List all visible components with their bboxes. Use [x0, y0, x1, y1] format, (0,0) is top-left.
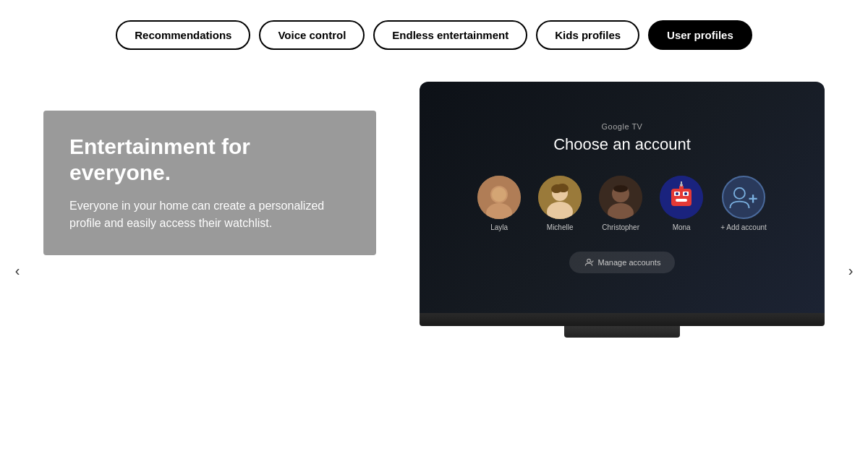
- google-tv-label: Google TV: [602, 122, 643, 131]
- svg-point-27: [587, 259, 590, 262]
- tv-screen: Google TV Choose an account: [420, 82, 825, 313]
- tv-mockup: Google TV Choose an account: [420, 82, 825, 338]
- profile-add-account[interactable]: + Add account: [720, 176, 767, 231]
- profile-layla[interactable]: Layla: [477, 176, 521, 231]
- hero-description: Everyone in your home can create a perso…: [69, 197, 350, 232]
- svg-point-21: [680, 184, 683, 187]
- avatar-christopher: [599, 176, 642, 219]
- hero-title: Entertainment for everyone.: [69, 134, 350, 186]
- avatar-michelle: [538, 176, 582, 219]
- tv-screen-content: Google TV Choose an account: [420, 82, 825, 313]
- choose-account-title: Choose an account: [553, 135, 691, 154]
- profile-michelle-name: Michelle: [547, 223, 574, 231]
- svg-point-18: [684, 192, 687, 195]
- profile-layla-name: Layla: [490, 223, 508, 231]
- avatar-add-svg: [723, 176, 764, 219]
- avatar-mona: [660, 176, 703, 219]
- tab-kids-profiles[interactable]: Kids profiles: [536, 20, 639, 50]
- profile-mona-name: Mona: [673, 223, 691, 231]
- main-content: Entertainment for everyone. Everyone in …: [0, 67, 868, 338]
- tab-endless-entertainment[interactable]: Endless entertainment: [373, 20, 527, 50]
- tv-bezel-bottom: [420, 313, 825, 326]
- tab-recommendations[interactable]: Recommendations: [116, 20, 250, 50]
- svg-point-12: [613, 185, 628, 192]
- profile-christopher-name: Christopher: [602, 223, 639, 231]
- svg-rect-19: [676, 199, 687, 202]
- avatar-add: [722, 176, 765, 219]
- hero-text-box: Entertainment for everyone. Everyone in …: [43, 111, 376, 255]
- svg-rect-14: [671, 189, 692, 206]
- manage-accounts-icon: [584, 257, 594, 267]
- avatar-layla-svg: [477, 176, 521, 219]
- avatar-christopher-svg: [599, 176, 642, 219]
- avatar-mona-svg: [660, 176, 703, 219]
- profile-christopher[interactable]: Christopher: [599, 176, 642, 231]
- profile-add-name: + Add account: [720, 223, 767, 231]
- manage-accounts-button[interactable]: Manage accounts: [569, 252, 676, 273]
- feature-nav: Recommendations Voice control Endless en…: [0, 0, 868, 67]
- tv-stand: [564, 326, 680, 338]
- tab-voice-control[interactable]: Voice control: [259, 20, 365, 50]
- manage-accounts-label: Manage accounts: [598, 258, 661, 267]
- svg-point-17: [676, 192, 678, 195]
- avatar-layla: [477, 176, 521, 219]
- profile-michelle[interactable]: Michelle: [538, 176, 582, 231]
- avatar-michelle-svg: [538, 176, 582, 219]
- profiles-row: Layla Michell: [477, 176, 767, 231]
- tab-user-profiles[interactable]: User profiles: [648, 20, 752, 50]
- svg-point-3: [492, 187, 506, 202]
- profile-mona[interactable]: Mona: [660, 176, 703, 231]
